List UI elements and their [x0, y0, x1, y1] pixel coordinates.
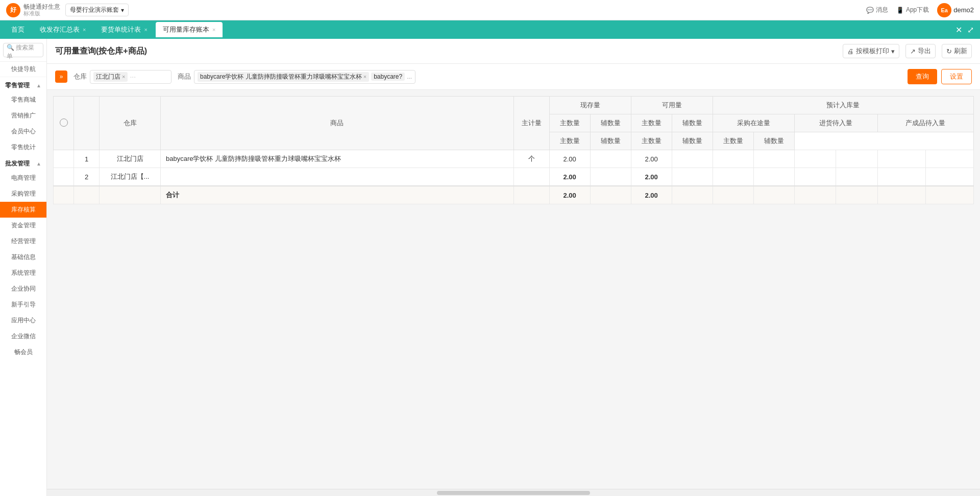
th-unit: 主计量 [513, 97, 549, 150]
tab-order-stats[interactable]: 要货单统计表 × [94, 22, 154, 37]
product-filter-group: 商品 babycare学饮杯 儿童防摔防撞吸管杯重力球吸嘴杯宝宝水杯 × bab… [178, 70, 415, 84]
th-no [74, 97, 100, 150]
download-action[interactable]: 📱 App下载 [896, 6, 929, 14]
product-input[interactable]: babycare学饮杯 儿童防摔防撞吸管杯重力球吸嘴杯宝宝水杯 × babyca… [194, 70, 415, 84]
close-icon[interactable]: × [144, 27, 147, 33]
th-warehouse: 仓库 [100, 97, 161, 150]
sidebar-search-area: 🔍 搜索菜单 [0, 39, 46, 62]
industry-select[interactable]: 母婴行业演示账套 ▾ [65, 4, 129, 16]
sidebar-item-operations[interactable]: 经营管理 [0, 233, 46, 249]
footer-empty-2 [74, 186, 100, 204]
sidebar-item-basics[interactable]: 基础信息 [0, 249, 46, 265]
tab-available-stock[interactable]: 可用量库存账本 × [156, 22, 223, 37]
product-tag-2: babycare? [371, 73, 405, 81]
sidebar-item-finance[interactable]: 资金管理 [0, 218, 46, 233]
footer-row: 合计 2.00 2.00 [54, 186, 974, 204]
sidebar-item-newbie[interactable]: 新手引导 [0, 297, 46, 313]
export-button[interactable]: ↗ 导出 [905, 44, 936, 58]
scroll-thumb[interactable] [437, 491, 590, 495]
sidebar-section-wholesale[interactable]: 批发管理 ▲ [0, 155, 46, 170]
query-button[interactable]: 查询 [908, 69, 937, 84]
sidebar-item-system[interactable]: 系统管理 [0, 265, 46, 281]
cell-stock-aux [590, 168, 631, 186]
setting-button[interactable]: 设置 [941, 69, 972, 84]
remove-tag-icon[interactable]: × [363, 74, 366, 80]
sidebar-item-wechat-work[interactable]: 企业微信 [0, 328, 46, 344]
more-products-icon[interactable]: ... [407, 73, 412, 80]
table-row: 1 江北门店 babycare学饮杯 儿童防摔防撞吸管杯重力球吸嘴杯宝宝水杯 个… [54, 150, 974, 168]
cell-stock-main: 2.00 [549, 150, 590, 168]
tab-home[interactable]: 首页 [4, 22, 32, 37]
th-settings[interactable] [54, 97, 74, 150]
cell-unit: 个 [513, 150, 549, 168]
printer-icon: 🖨 [847, 48, 854, 55]
sidebar-item-app-center[interactable]: 应用中心 [0, 313, 46, 328]
sidebar-item-inventory[interactable]: 库存核算 [0, 202, 46, 218]
page-title: 可用量查询(按仓库+商品) [55, 46, 147, 57]
search-menu-button[interactable]: 🔍 搜索菜单 [3, 43, 43, 57]
message-action[interactable]: 💬 消息 [866, 6, 888, 14]
cell-settings [54, 150, 74, 168]
th-inbound-main: 主数量 [631, 132, 672, 150]
cell-avail-aux [672, 150, 713, 168]
user-area[interactable]: Ea demo2 [937, 3, 974, 17]
chevron-down-icon: ▲ [36, 161, 41, 167]
sidebar-item-member-app[interactable]: 畅会员 [0, 344, 46, 360]
cell-avail-aux [672, 168, 713, 186]
print-button[interactable]: 🖨 按模板打印 ▾ [843, 44, 899, 58]
filter-area: » 仓库 江北门店 × ··· 商品 babycare学饮杯 儿童防摔防撞吸管杯… [47, 64, 980, 90]
horizontal-scrollbar[interactable] [47, 489, 980, 496]
th-product-header: 产成品待入量 [877, 114, 973, 132]
tab-stock-summary[interactable]: 收发存汇总表 × [33, 22, 93, 37]
warehouse-label: 仓库 [74, 72, 87, 81]
th-stock-main: 主数量 [549, 114, 590, 132]
sidebar-item-members[interactable]: 会员中心 [0, 124, 46, 139]
cell-no: 2 [74, 168, 100, 186]
header-right: 💬 消息 📱 App下载 Ea demo2 [866, 3, 974, 17]
th-forecast-header: 预计入库量 [713, 97, 973, 114]
th-purchase-aux: 辅数量 [590, 132, 631, 150]
th-inbound-header: 进货待入量 [794, 114, 877, 132]
header-left: 好 畅捷通好生意 标准版 母婴行业演示账套 ▾ [6, 3, 129, 17]
footer-stock-main: 2.00 [549, 186, 590, 204]
sidebar-item-marketing[interactable]: 营销推广 [0, 108, 46, 124]
settings-icon[interactable] [60, 119, 68, 127]
refresh-icon: ↻ [946, 48, 952, 55]
chevron-up-icon: ▲ [36, 83, 41, 88]
sidebar-item-quick-nav[interactable]: 快捷导航 [0, 62, 46, 77]
footer-purchase-aux [753, 186, 794, 204]
sidebar: 🔍 搜索菜单 快捷导航 零售管理 ▲ 零售商城 营销推广 会员中心 零售统计 批… [0, 39, 47, 496]
sidebar-item-purchase[interactable]: 采购管理 [0, 186, 46, 202]
cell-no: 1 [74, 150, 100, 168]
export-icon: ↗ [910, 48, 916, 55]
filter-expand-button[interactable]: » [55, 70, 67, 83]
close-icon[interactable]: × [212, 27, 215, 33]
sidebar-item-retail-mall[interactable]: 零售商城 [0, 92, 46, 108]
cell-inbound-main [794, 168, 836, 186]
nav-tabs: 首页 收发存汇总表 × 要货单统计表 × 可用量库存账本 × ✕ ⤢ [0, 20, 980, 39]
cell-purchase-aux [753, 168, 794, 186]
close-icon[interactable]: × [83, 27, 86, 33]
sidebar-item-retail-stats[interactable]: 零售统计 [0, 139, 46, 155]
cell-purchase-aux [753, 150, 794, 168]
th-avail-aux: 辅数量 [672, 114, 713, 132]
refresh-button[interactable]: ↻ 刷新 [942, 44, 972, 58]
cell-avail-main: 2.00 [631, 150, 672, 168]
footer-inbound-aux [836, 186, 878, 204]
footer-stock-aux [590, 186, 631, 204]
table-row: 2 江北门店【... 2.00 2.00 [54, 168, 974, 186]
cell-product-aux [925, 168, 973, 186]
avatar: Ea [937, 3, 951, 17]
warehouse-input[interactable]: 江北门店 × ··· [90, 70, 172, 84]
download-icon: 📱 [896, 7, 904, 14]
th-stock-header: 现存量 [549, 97, 631, 114]
sidebar-item-collab[interactable]: 企业协同 [0, 281, 46, 297]
cell-product-main [877, 168, 925, 186]
sidebar-item-ecommerce[interactable]: 电商管理 [0, 170, 46, 186]
cell-purchase-main [713, 168, 753, 186]
remove-tag-icon[interactable]: × [122, 74, 125, 80]
close-all-tabs-icon[interactable]: ✕ [953, 25, 964, 35]
expand-icon[interactable]: ⤢ [965, 25, 976, 35]
sidebar-section-retail[interactable]: 零售管理 ▲ [0, 77, 46, 92]
product-tag-1: babycare学饮杯 儿童防摔防撞吸管杯重力球吸嘴杯宝宝水杯 × [198, 72, 369, 82]
